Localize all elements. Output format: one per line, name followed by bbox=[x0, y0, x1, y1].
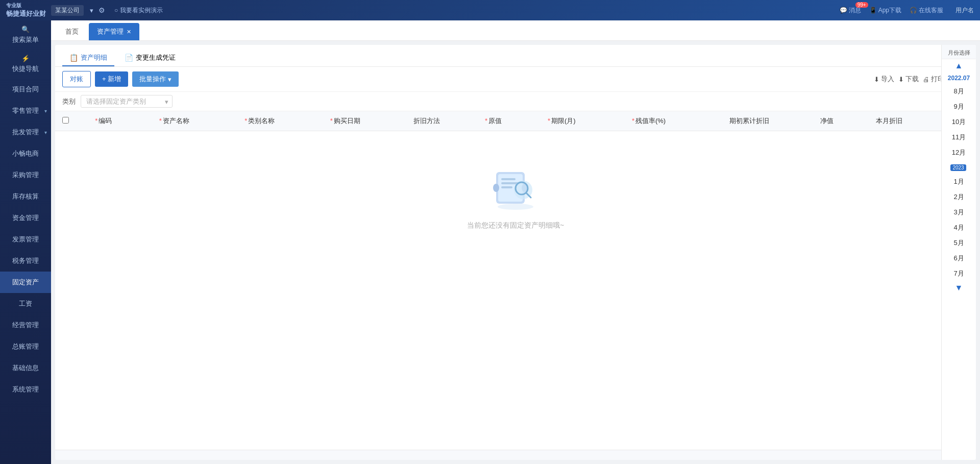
sidebar-item-ecommerce[interactable]: 小畅电商 bbox=[0, 143, 51, 164]
month-item-10[interactable]: 10月 bbox=[942, 114, 976, 130]
sidebar-item-invoice[interactable]: 发票管理 bbox=[0, 229, 51, 250]
month-item-12[interactable]: 12月 bbox=[942, 145, 976, 160]
sidebar-label-wholesale: 批发管理 bbox=[12, 128, 39, 137]
batch-dropdown-icon: ▾ bbox=[168, 76, 172, 83]
sidebar-item-inventory[interactable]: 库存核算 bbox=[0, 186, 51, 207]
table-header-row: *编码 *资产名称 *类别名称 *购买日期 折旧方法 *原值 *期限(月) *残… bbox=[55, 111, 976, 131]
tab-asset-close[interactable]: ✕ bbox=[127, 29, 131, 35]
sidebar-label-ledger: 总账管理 bbox=[12, 342, 39, 351]
sidebar-label-ecommerce: 小畅电商 bbox=[12, 149, 39, 158]
svg-point-0 bbox=[498, 204, 533, 210]
sidebar-item-tax[interactable]: 税务管理 bbox=[0, 250, 51, 272]
month-item-2023-2[interactable]: 2月 bbox=[942, 189, 976, 205]
sub-tab-detail[interactable]: 📋 资产明细 bbox=[62, 50, 114, 66]
th-monthly-depreciation: 本月折旧 bbox=[850, 111, 928, 131]
year-badge-2023: 2023 bbox=[950, 164, 966, 171]
headset-icon: 🎧 bbox=[910, 7, 917, 14]
content-area: 首页 资产管理 ✕ 📋 资产明细 📄 变更生成凭证 bbox=[51, 20, 980, 464]
th-residual-rate: *残值率(%) bbox=[602, 111, 696, 131]
th-original-value: *原值 bbox=[465, 111, 522, 131]
sub-tab-voucher[interactable]: 📄 变更生成凭证 bbox=[117, 50, 183, 66]
message-badge: 99+ bbox=[855, 2, 868, 8]
sidebar-item-fixedasset[interactable]: 固定资产 bbox=[0, 272, 51, 293]
th-checkbox bbox=[55, 111, 76, 131]
sidebar-label-base: 基础信息 bbox=[12, 363, 39, 373]
add-button[interactable]: + 新增 bbox=[95, 71, 128, 87]
service-button[interactable]: 🎧 在线客服 bbox=[910, 6, 943, 15]
month-item-2023-1[interactable]: 1月 bbox=[942, 174, 976, 189]
download-button[interactable]: ⬇ 下载 bbox=[898, 75, 919, 84]
month-panel: 月份选择 ▲ 2022.07 8月 9月 10月 11月 12月 2023 1月… bbox=[941, 45, 976, 460]
svg-point-6 bbox=[493, 184, 499, 192]
select-all-checkbox[interactable] bbox=[62, 117, 69, 124]
table-body: 当前您还没有固定资产明细哦~ bbox=[55, 131, 976, 261]
sidebar-label-system: 系统管理 bbox=[12, 385, 39, 394]
th-code: *编码 bbox=[76, 111, 132, 131]
month-item-2023-6[interactable]: 6月 bbox=[942, 251, 976, 266]
reconcile-button[interactable]: 对账 bbox=[62, 71, 91, 87]
category-filter-select[interactable]: 请选择固定资产类别 bbox=[81, 95, 173, 108]
month-item-2023-5[interactable]: 5月 bbox=[942, 235, 976, 251]
sidebar-item-project[interactable]: 项目合同 bbox=[0, 79, 51, 100]
page-content: 📋 资产明细 📄 变更生成凭证 对账 + 新增 批量操作 ▾ bbox=[55, 45, 976, 460]
tab-asset-label: 资产管理 bbox=[97, 27, 124, 36]
month-nav-up[interactable]: ▲ bbox=[953, 59, 965, 72]
reconcile-label: 对账 bbox=[70, 75, 83, 84]
sidebar-item-quicknav[interactable]: ⚡ 快捷导航 bbox=[0, 50, 51, 79]
month-nav-down[interactable]: ▼ bbox=[953, 281, 965, 295]
company-dropdown-arrow[interactable]: ▾ bbox=[90, 7, 93, 14]
download-label: 下载 bbox=[905, 75, 919, 84]
add-label: + 新增 bbox=[102, 75, 121, 83]
batch-label: 批量操作 bbox=[139, 75, 166, 84]
tab-asset[interactable]: 资产管理 ✕ bbox=[89, 23, 139, 40]
sidebar-item-wholesale[interactable]: 批发管理 bbox=[0, 121, 51, 143]
settings-icon[interactable]: ⚙ bbox=[99, 6, 105, 14]
category-filter-wrap: 请选择固定资产类别 ▾ bbox=[81, 95, 173, 108]
th-purchase-date: *购买日期 bbox=[303, 111, 388, 131]
app-logo: 专业版 畅捷通好业财 bbox=[6, 2, 46, 18]
sidebar-label-fixedasset: 固定资产 bbox=[12, 278, 39, 287]
sidebar-item-search[interactable]: 🔍 搜索菜单 bbox=[0, 20, 51, 50]
table-wrap: *编码 *资产名称 *类别名称 *购买日期 折旧方法 *原值 *期限(月) *残… bbox=[55, 111, 976, 450]
sidebar-item-ledger[interactable]: 总账管理 bbox=[0, 336, 51, 357]
th-period: *期限(月) bbox=[521, 111, 602, 131]
app-download-button[interactable]: 📱 App下载 bbox=[869, 6, 901, 15]
main-layout: 🔍 搜索菜单 ⚡ 快捷导航 项目合同 零售管理 批发管理 小畅电商 采购管理 库… bbox=[0, 20, 980, 464]
empty-text: 当前您还没有固定资产明细哦~ bbox=[467, 221, 564, 230]
sidebar-item-salary[interactable]: 工资 bbox=[0, 293, 51, 314]
svg-rect-3 bbox=[501, 178, 516, 180]
import-label: 导入 bbox=[881, 75, 894, 84]
sidebar-item-retail[interactable]: 零售管理 bbox=[0, 100, 51, 121]
sub-tab-voucher-label: 变更生成凭证 bbox=[136, 53, 176, 62]
month-item-8[interactable]: 8月 bbox=[942, 84, 976, 99]
month-item-2023-3[interactable]: 3月 bbox=[942, 205, 976, 220]
th-name: *资产名称 bbox=[132, 111, 217, 131]
sidebar-item-base[interactable]: 基础信息 bbox=[0, 357, 51, 379]
bottom-scrollbar[interactable] bbox=[55, 450, 976, 460]
message-button[interactable]: 💬 消息 99+ bbox=[840, 6, 861, 15]
company-selector[interactable]: 某某公司 bbox=[51, 5, 84, 16]
import-button[interactable]: ⬇ 导入 bbox=[874, 75, 894, 84]
empty-state-row: 当前您还没有固定资产明细哦~ bbox=[55, 131, 976, 261]
top-bar: 专业版 畅捷通好业财 某某公司 ▾ ⚙ 我要看实例演示 💬 消息 99+ 📱 A… bbox=[0, 0, 980, 20]
month-item-2023-7[interactable]: 7月 bbox=[942, 266, 976, 281]
phone-icon: 📱 bbox=[869, 7, 877, 14]
sidebar-label-quicknav: 快捷导航 bbox=[12, 64, 39, 74]
quicknav-icon: ⚡ bbox=[21, 55, 30, 62]
sidebar-label-operations: 经营管理 bbox=[12, 321, 39, 330]
demo-link[interactable]: 我要看实例演示 bbox=[114, 6, 163, 15]
month-item-2023-4[interactable]: 4月 bbox=[942, 220, 976, 235]
sidebar-item-operations[interactable]: 经营管理 bbox=[0, 314, 51, 336]
month-item-9[interactable]: 9月 bbox=[942, 99, 976, 114]
sidebar-label-tax: 税务管理 bbox=[12, 256, 39, 265]
voucher-tab-icon: 📄 bbox=[125, 54, 133, 62]
download-icon: ⬇ bbox=[898, 76, 904, 83]
month-item-11[interactable]: 11月 bbox=[942, 130, 976, 145]
user-info: 用户名 bbox=[955, 6, 974, 15]
month-panel-year-2023: 2023 bbox=[942, 160, 976, 174]
sidebar-item-system[interactable]: 系统管理 bbox=[0, 379, 51, 400]
sidebar-item-purchase[interactable]: 采购管理 bbox=[0, 164, 51, 186]
sidebar-item-fund[interactable]: 资金管理 bbox=[0, 207, 51, 229]
batch-button[interactable]: 批量操作 ▾ bbox=[132, 71, 179, 87]
tab-home[interactable]: 首页 bbox=[57, 23, 87, 40]
